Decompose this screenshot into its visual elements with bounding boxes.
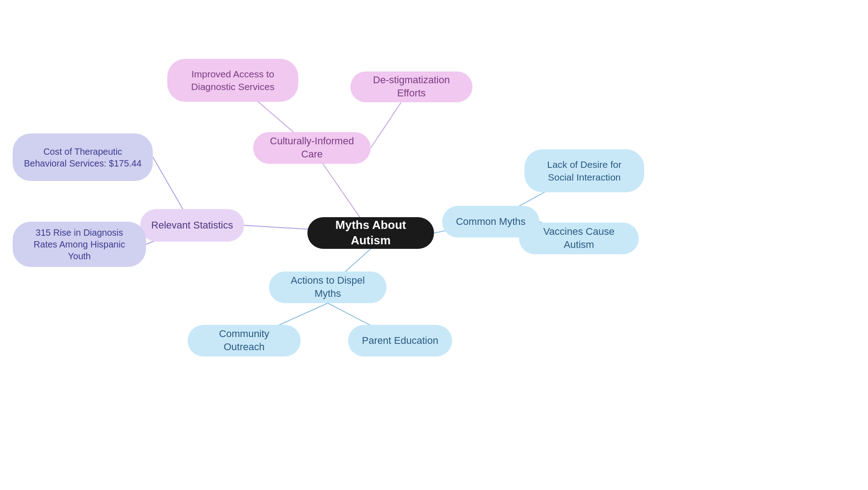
center-node: Myths About Autism — [307, 217, 434, 249]
destigmatization-label: De-stigmatization Efforts — [361, 74, 462, 100]
parent-education-node: Parent Education — [348, 325, 452, 357]
destigmatization-node: De-stigmatization Efforts — [350, 71, 472, 102]
actions-dispel-label: Actions to Dispel Myths — [280, 274, 376, 300]
rise-diagnosis-node: 315 Rise in Diagnosis Rates Among Hispan… — [13, 222, 146, 267]
cost-therapeutic-node: Cost of Therapeutic Behavioral Services:… — [13, 133, 153, 181]
culturally-informed-node: Culturally-Informed Care — [253, 132, 371, 164]
cost-therapeutic-label: Cost of Therapeutic Behavioral Services:… — [24, 146, 142, 169]
culturally-informed-label: Culturally-Informed Care — [264, 135, 360, 161]
vaccines-cause-node: Vaccines Cause Autism — [519, 223, 639, 254]
common-myths-label: Common Myths — [456, 215, 525, 228]
improved-access-label: Improved Access to Diagnostic Services — [178, 68, 288, 93]
vaccines-cause-label: Vaccines Cause Autism — [530, 225, 628, 251]
center-label: Myths About Autism — [318, 218, 423, 248]
lack-desire-node: Lack of Desire for Social Interaction — [524, 149, 644, 192]
actions-dispel-node: Actions to Dispel Myths — [269, 271, 387, 303]
rise-diagnosis-label: 315 Rise in Diagnosis Rates Among Hispan… — [24, 227, 135, 262]
relevant-statistics-node: Relevant Statistics — [140, 209, 244, 242]
improved-access-node: Improved Access to Diagnostic Services — [167, 59, 298, 102]
relevant-statistics-label: Relevant Statistics — [151, 219, 233, 232]
parent-education-label: Parent Education — [362, 334, 439, 347]
lack-desire-label: Lack of Desire for Social Interaction — [535, 158, 633, 183]
community-outreach-label: Community Outreach — [198, 328, 290, 353]
community-outreach-node: Community Outreach — [188, 325, 301, 357]
